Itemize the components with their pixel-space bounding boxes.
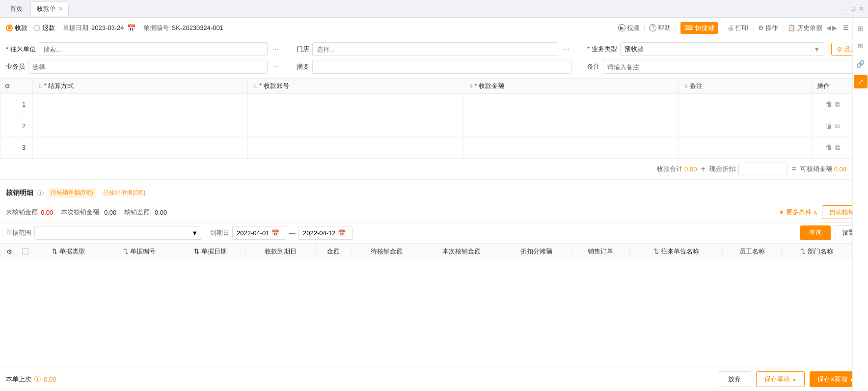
shortcut-btn[interactable]: ⌨ 快捷键 [680, 22, 718, 34]
help-btn[interactable]: ? 帮助 [649, 24, 671, 32]
td-settlement-3[interactable] [33, 137, 248, 159]
more-cond-btn[interactable]: ▼ 更多条件 ∧ [778, 208, 818, 217]
print-icon: 🖨 [728, 24, 734, 31]
sort-icon-date[interactable]: ⇅ [194, 248, 199, 255]
sidebar-expand-icon[interactable]: ⤢ [854, 75, 868, 88]
close-btn[interactable]: ✕ [859, 5, 864, 12]
td-amount-1[interactable] [463, 94, 678, 115]
delete-icon-2[interactable]: 🗑 [825, 122, 832, 130]
this-recon-col-label: 本次核销金额 [442, 248, 481, 255]
pending-tab[interactable]: 待核销单据(0笔) [48, 188, 96, 198]
calendar-icon[interactable]: 📅 [127, 24, 136, 32]
list-view-icon[interactable]: ☰ [841, 23, 851, 32]
copy-icon-2[interactable]: ⧉ [835, 122, 840, 130]
sort-icon-dept[interactable]: ⇅ [800, 248, 806, 255]
td-account-1[interactable] [248, 94, 463, 115]
sort-icon-amount[interactable]: ⇅ [469, 84, 473, 89]
delete-icon-3[interactable]: 🗑 [825, 143, 832, 152]
summary-input[interactable] [312, 60, 571, 74]
staff-more-icon[interactable]: ··· [271, 62, 281, 71]
sort-icon-num[interactable]: ⇅ [123, 248, 129, 255]
query-btn[interactable]: 查询 [800, 225, 831, 240]
range-select[interactable]: ▼ [34, 226, 202, 240]
copy-icon-1[interactable]: ⧉ [835, 100, 840, 109]
store-input[interactable] [312, 42, 558, 56]
refund-radio[interactable]: 退款 [33, 24, 55, 32]
td-account-3[interactable] [248, 137, 463, 159]
table-gear-icon[interactable]: ⚙ [4, 83, 10, 90]
nav-right-icon[interactable]: ▶ [832, 24, 837, 31]
td-account-2[interactable] [248, 115, 463, 137]
sidebar-attachment-icon[interactable]: 🔗 [854, 57, 868, 71]
staff-input[interactable] [28, 60, 268, 74]
td-amount-2[interactable] [463, 115, 678, 137]
operation-btn[interactable]: ⚙ 操作 [758, 24, 778, 32]
nav-arrows[interactable]: ◀ ▶ [826, 24, 837, 31]
td-settlement-1[interactable] [33, 94, 248, 115]
delete-icon-1[interactable]: 🗑 [825, 100, 832, 109]
tab-receipt[interactable]: 收款单 × [30, 1, 69, 16]
date-from-input[interactable]: 2022-04-01 📅 [232, 226, 286, 240]
discount-input[interactable] [738, 163, 787, 175]
td-amount-3[interactable] [463, 137, 678, 159]
tab-close-icon[interactable]: × [59, 5, 62, 12]
sidebar-mail-icon[interactable]: ✉ [854, 39, 868, 53]
footer-info-icon[interactable]: ⓘ [34, 375, 41, 384]
footer: 本单上次 ⓘ 0.00 放弃 保存草稿 ▲ 保存&新增 ▲ [0, 367, 868, 391]
total-summary: 收款合计 0.00 [657, 165, 697, 173]
business-type-select[interactable]: 预收款 ▼ [620, 42, 824, 56]
date-to-input[interactable]: 2022-04-12 📅 [298, 226, 353, 240]
store-more-icon[interactable]: ··· [561, 45, 571, 54]
action-icons-1: 🗑 ⧉ [817, 100, 848, 109]
settlement-label: 结算方式 [44, 82, 74, 89]
th-settings[interactable]: ⚙ [0, 79, 18, 94]
td-remark-1[interactable] [678, 94, 813, 115]
sort-icon-type[interactable]: ⇅ [52, 248, 57, 255]
sort-icon-settlement[interactable]: ⇅ [38, 84, 42, 89]
bottom-gear-icon[interactable]: ⚙ [6, 248, 12, 255]
counterpart-more-icon[interactable]: ··· [271, 45, 281, 54]
td-remark-3[interactable] [678, 137, 813, 159]
td-remark-2[interactable] [678, 115, 813, 137]
nav-left-icon[interactable]: ◀ [826, 24, 831, 31]
store-field: 门店 ··· [297, 42, 571, 56]
video-label: 视频 [627, 24, 640, 32]
eq-sign: = [791, 165, 796, 173]
gear-icon: ⚙ [837, 46, 842, 53]
minimize-btn[interactable]: — [841, 5, 847, 12]
bth-settings[interactable]: ⚙ [0, 244, 18, 259]
receipt-radio-label: 收款 [15, 24, 27, 32]
counterpart-input[interactable] [39, 42, 268, 56]
abandon-btn[interactable]: 放弃 [718, 371, 751, 387]
sort-icon-counterpart[interactable]: ⇅ [653, 248, 659, 255]
remark-input[interactable] [603, 60, 862, 74]
copy-icon-3[interactable]: ⧉ [835, 143, 840, 152]
done-tab[interactable]: 已核销单据(0笔) [100, 188, 149, 198]
bth-number: ⇅ 单据编号 [104, 244, 175, 259]
diff-label: 核销差额: [124, 208, 152, 217]
remark-field: 备注 [587, 60, 862, 74]
due-date-col-label: 收款到期日 [265, 248, 297, 255]
this-recon-amount: 本次核销金额: 0.00 [61, 208, 116, 217]
print-btn[interactable]: 🖨 打印 [728, 24, 748, 32]
history-btn[interactable]: 📋 历史单据 [787, 24, 822, 32]
td-settlement-2[interactable] [33, 115, 248, 137]
sort-icon-account[interactable]: ⇅ [253, 84, 257, 89]
receipt-radio[interactable]: 收款 [6, 24, 27, 32]
right-sidebar: ⊞ ✉ 🔗 ⤢ [852, 18, 868, 391]
action-icons-2: 🗑 ⧉ [817, 122, 848, 130]
total-val: 0.00 [684, 166, 697, 173]
save-draft-btn[interactable]: 保存草稿 ▲ [756, 371, 805, 387]
sidebar-table-icon[interactable]: ⊞ [854, 22, 868, 35]
video-btn[interactable]: ▶ 视频 [618, 24, 640, 32]
cal-icon-to: 📅 [338, 229, 346, 237]
range-label: 单据范围 [6, 228, 31, 237]
maximize-btn[interactable]: □ [851, 5, 855, 12]
info-icon[interactable]: ⓘ [37, 189, 44, 197]
action-icons-3: 🗑 ⧉ [817, 143, 848, 152]
sort-icon-remark[interactable]: ⇅ [684, 84, 688, 89]
header-checkbox[interactable] [22, 248, 29, 255]
number-label: 单据编号 [143, 24, 169, 32]
tab-home[interactable]: 首页 [4, 1, 28, 16]
divider3: | [722, 24, 724, 31]
